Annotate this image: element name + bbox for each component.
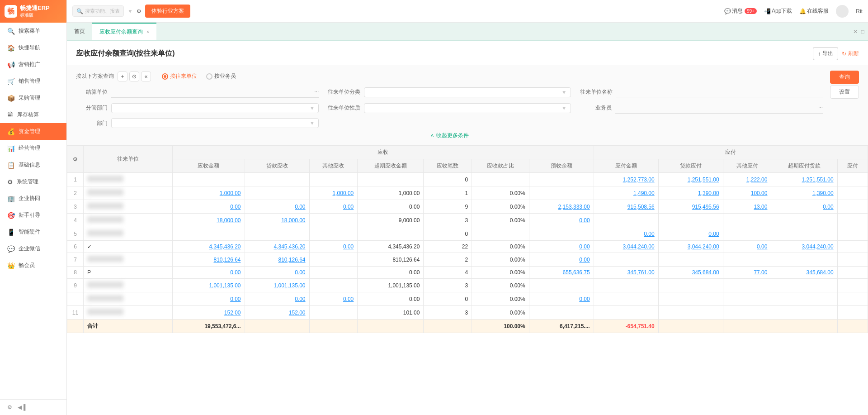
cell-link[interactable]: 1,222.00 xyxy=(746,176,768,183)
cell-link[interactable]: 1,390.00 xyxy=(812,190,834,196)
message-action[interactable]: 💬 消息 99+ xyxy=(724,7,757,15)
cell-link[interactable]: 0.00 xyxy=(295,269,305,276)
table-cell[interactable] xyxy=(723,227,771,241)
sidebar-item-system[interactable]: ⚙ 系统管理 xyxy=(0,173,66,190)
view-by-staff[interactable]: 按业务员 xyxy=(203,71,240,82)
sidebar-item-inventory[interactable]: 🏛 库存核算 xyxy=(0,106,66,123)
tab-close-icon[interactable]: × xyxy=(146,29,149,34)
cell-link[interactable]: 100.00 xyxy=(751,190,768,196)
cell-link[interactable]: 1,000.00 xyxy=(220,190,241,196)
table-cell[interactable]: 0.00 xyxy=(529,292,594,306)
cell-link[interactable]: 0.00 xyxy=(757,243,767,250)
view-by-partner[interactable]: 按往来单位 xyxy=(158,71,201,82)
table-settings-icon[interactable]: ⚙ xyxy=(73,156,78,162)
sidebar-settings-icon[interactable]: ⚙ xyxy=(7,404,12,410)
table-cell[interactable] xyxy=(309,173,358,186)
refresh-button[interactable]: ↻ 刷新 xyxy=(842,47,859,60)
cell-link[interactable]: 152.00 xyxy=(289,310,306,316)
cell-link[interactable]: 4,345,436.20 xyxy=(209,243,241,250)
table-cell[interactable]: 655,636.75 xyxy=(529,267,594,279)
cell-link[interactable]: 0.00 xyxy=(579,217,590,224)
table-cell[interactable]: 0.00 xyxy=(658,227,723,241)
table-cell[interactable]: 0.00 xyxy=(529,253,594,267)
table-cell[interactable] xyxy=(658,214,723,227)
sidebar-item-hardware[interactable]: 📱 智能硬件 xyxy=(0,224,66,240)
cell-link[interactable]: 345,761.00 xyxy=(627,269,655,276)
table-cell[interactable]: 18,000.00 xyxy=(245,214,309,227)
table-cell[interactable]: 345,684.00 xyxy=(658,267,723,279)
table-cell[interactable]: 1,390.00 xyxy=(771,186,837,200)
settlement-unit-input[interactable] xyxy=(111,86,314,96)
table-cell[interactable]: 810,126.64 xyxy=(173,253,245,267)
cell-link[interactable]: 1,251,551.00 xyxy=(802,176,834,183)
table-cell[interactable]: 0.00 xyxy=(309,292,358,306)
th-settings[interactable]: ⚙ xyxy=(67,146,84,173)
cell-link[interactable]: 1,001,135.00 xyxy=(274,282,305,289)
table-cell[interactable]: 4,345,436.20 xyxy=(173,241,245,253)
table-cell[interactable]: 0.00 xyxy=(173,200,245,214)
sidebar-item-fund[interactable]: 💰 资金管理 xyxy=(0,123,66,140)
table-cell[interactable] xyxy=(529,227,594,241)
table-cell[interactable] xyxy=(594,292,658,306)
topbar-chevron[interactable]: ▼ xyxy=(127,8,133,14)
add-filter-button[interactable]: + xyxy=(118,72,127,81)
table-cell[interactable] xyxy=(529,173,594,186)
username[interactable]: Rit xyxy=(856,8,863,14)
tab-window-close-icon[interactable]: ✕ xyxy=(853,29,858,35)
cell-link[interactable]: 0.00 xyxy=(230,269,241,276)
cell-link[interactable]: 1,000.00 xyxy=(333,190,354,196)
table-cell[interactable] xyxy=(723,292,771,306)
table-cell[interactable] xyxy=(594,253,658,267)
sidebar-item-enterprise[interactable]: 🏢 企业协同 xyxy=(0,190,66,207)
online-service-action[interactable]: 🔔 在线客服 xyxy=(799,7,829,15)
cell-link[interactable]: 0.00 xyxy=(579,296,590,302)
table-cell[interactable]: 77.00 xyxy=(723,267,771,279)
table-cell[interactable] xyxy=(723,214,771,227)
topbar-gear-icon[interactable]: ⚙ xyxy=(137,8,142,14)
table-cell[interactable]: 0.00 xyxy=(173,267,245,279)
table-cell[interactable] xyxy=(771,306,837,320)
cell-link[interactable]: 1,390.00 xyxy=(698,190,719,196)
cell-link[interactable]: 1,001,135.00 xyxy=(209,282,241,289)
table-cell[interactable] xyxy=(245,173,309,186)
table-cell[interactable]: 1,000.00 xyxy=(173,186,245,200)
table-cell[interactable] xyxy=(723,306,771,320)
tab-current[interactable]: 应收应付余额查询 × xyxy=(92,23,156,40)
topbar-search-box[interactable]: 🔍 搜索功能、报表 xyxy=(72,5,124,17)
tab-maximize-icon[interactable]: □ xyxy=(861,29,864,35)
sidebar-item-purchase[interactable]: 📦 采购管理 xyxy=(0,90,66,106)
table-cell[interactable]: 1,251,551.00 xyxy=(658,173,723,186)
export-button[interactable]: ↑ 导出 xyxy=(813,47,838,60)
table-cell[interactable]: 0.00 xyxy=(245,200,309,214)
sidebar-item-search[interactable]: 🔍 搜索菜单 xyxy=(0,23,66,39)
sidebar-item-guide[interactable]: 🎯 新手引导 xyxy=(0,207,66,224)
table-cell[interactable] xyxy=(771,227,837,241)
avatar[interactable] xyxy=(836,5,849,18)
table-cell[interactable] xyxy=(771,253,837,267)
table-cell[interactable]: 3,044,240.00 xyxy=(594,241,658,253)
cell-link[interactable]: 0.00 xyxy=(230,204,241,210)
table-cell[interactable]: 0.00 xyxy=(594,227,658,241)
table-cell[interactable]: 3,044,240.00 xyxy=(658,241,723,253)
filter-settings-button[interactable]: ⊙ xyxy=(129,72,139,81)
sidebar-item-member[interactable]: 👑 畅会员 xyxy=(0,257,66,274)
table-cell[interactable] xyxy=(594,279,658,292)
cell-link[interactable]: 0.00 xyxy=(579,243,590,250)
sidebar-item-sales[interactable]: 🛒 销售管理 xyxy=(0,73,66,90)
cell-link[interactable]: 1,252,773.00 xyxy=(623,176,655,183)
table-cell[interactable] xyxy=(529,186,594,200)
table-cell[interactable]: 0.00 xyxy=(529,241,594,253)
app-download-action[interactable]: 📲 App下载 xyxy=(764,7,792,15)
table-cell[interactable] xyxy=(309,253,358,267)
cell-link[interactable]: 0.00 xyxy=(823,204,833,210)
settlement-unit-ellipsis[interactable]: ··· xyxy=(314,88,319,95)
table-cell[interactable]: 4,345,436.20 xyxy=(245,241,309,253)
table-cell[interactable]: 1,252,773.00 xyxy=(594,173,658,186)
table-cell[interactable] xyxy=(173,173,245,186)
salesperson-input[interactable] xyxy=(615,102,818,112)
table-cell[interactable]: 18,000.00 xyxy=(173,214,245,227)
table-cell[interactable] xyxy=(723,253,771,267)
table-cell[interactable]: 0.00 xyxy=(245,267,309,279)
table-cell[interactable]: 0.00 xyxy=(309,200,358,214)
collapse-more-button[interactable]: ∧ 收起更多条件 xyxy=(76,132,823,139)
